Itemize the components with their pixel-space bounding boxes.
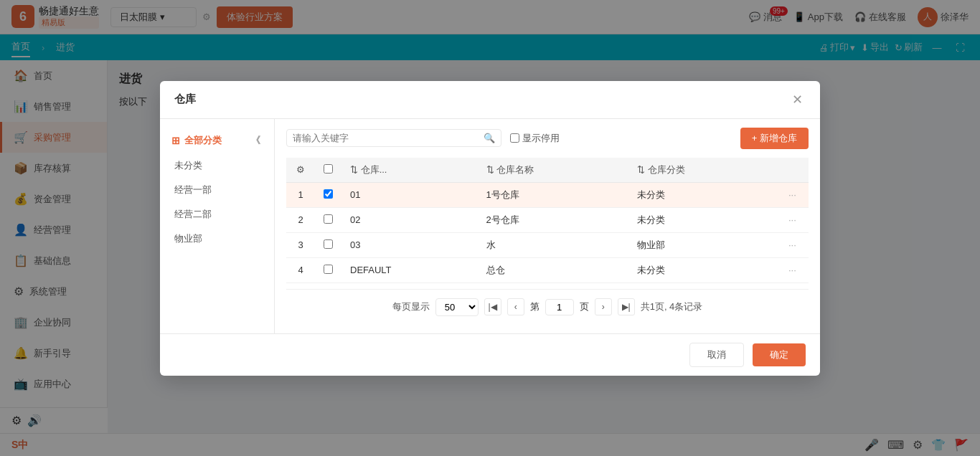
modal-main-area: 🔍 显示停用 + 新增仓库 ⚙	[275, 119, 820, 333]
modal-sidebar-item-1[interactable]: 经营一部	[160, 178, 274, 202]
row-category: 未分类	[628, 207, 780, 232]
modal-sidebar-items: 未分类经营一部经营二部物业部	[160, 153, 274, 251]
search-icon: 🔍	[484, 133, 495, 143]
col-name: ⇅ 仓库名称	[478, 158, 629, 183]
page-info: 共1页, 4条记录	[641, 300, 703, 313]
search-input[interactable]	[293, 133, 481, 143]
row-category: 未分类	[628, 257, 780, 282]
show-disabled-checkbox[interactable]	[510, 133, 519, 143]
show-disabled-label[interactable]: 显示停用	[510, 132, 560, 145]
row-name: 水	[478, 232, 629, 257]
row-code: 03	[341, 232, 478, 257]
row-name: 总仓	[478, 257, 629, 282]
table-container: ⚙ ⇅ 仓库... ⇅	[286, 158, 809, 283]
new-warehouse-btn[interactable]: + 新增仓库	[740, 128, 809, 149]
warehouse-table-body: 1 01 1号仓库 未分类 ··· 2 02 2号仓库 未分类 ··· 3 03…	[286, 182, 809, 282]
modal-sidebar-item-3[interactable]: 物业部	[160, 227, 274, 251]
page-input[interactable]	[545, 299, 574, 315]
next-page-btn[interactable]: ›	[595, 298, 612, 315]
modal-sidebar-header[interactable]: ⊞ 全部分类 《	[160, 128, 274, 153]
select-all-checkbox[interactable]	[324, 164, 333, 174]
row-code: DEFAULT	[341, 257, 478, 282]
row-actions[interactable]: ···	[780, 257, 809, 282]
col-checkbox	[315, 158, 341, 183]
modal-footer: 取消 确定	[160, 333, 820, 376]
page-unit: 页	[580, 300, 589, 313]
modal-sidebar-item-2[interactable]: 经营二部	[160, 202, 274, 227]
more-actions-btn[interactable]: ···	[788, 239, 796, 250]
more-actions-btn[interactable]: ···	[788, 265, 796, 275]
modal-header: 仓库 ✕	[160, 81, 820, 119]
collapse-btn[interactable]: 《	[248, 133, 263, 148]
search-wrapper: 🔍	[286, 129, 501, 147]
row-name: 1号仓库	[478, 182, 629, 207]
table-row[interactable]: 2 02 2号仓库 未分类 ···	[286, 207, 809, 232]
first-page-btn[interactable]: |◀	[484, 298, 501, 315]
table-header: ⚙ ⇅ 仓库... ⇅	[286, 158, 809, 183]
more-actions-btn[interactable]: ···	[788, 214, 796, 225]
modal-body: ⊞ 全部分类 《 未分类经营一部经营二部物业部 🔍 显示停用	[160, 119, 820, 333]
row-num: 4	[286, 257, 315, 282]
page-size-label: 每页显示	[392, 300, 430, 313]
row-checkbox[interactable]	[315, 207, 341, 232]
row-code: 01	[341, 182, 478, 207]
row-name: 2号仓库	[478, 207, 629, 232]
last-page-btn[interactable]: ▶|	[618, 298, 635, 315]
modal-pagination: 每页显示 50 20 100 |◀ ‹ 第 页 › ▶| 共1页, 4条记录	[286, 289, 809, 325]
modal-sidebar-item-0[interactable]: 未分类	[160, 153, 274, 178]
row-checkbox[interactable]	[315, 232, 341, 257]
row-actions[interactable]: ···	[780, 207, 809, 232]
row-num: 2	[286, 207, 315, 232]
sort-icon: ⇅	[637, 164, 645, 175]
sort-icon: ⇅	[350, 164, 358, 175]
cancel-btn[interactable]: 取消	[689, 343, 744, 367]
col-settings: ⚙	[286, 158, 315, 183]
col-actions	[780, 158, 809, 183]
modal-toolbar: 🔍 显示停用 + 新增仓库	[286, 128, 809, 149]
page-label: 第	[530, 300, 540, 313]
gear-icon: ⚙	[296, 164, 305, 175]
modal-overlay: 仓库 ✕ ⊞ 全部分类 《 未分类经营一部经营二部物业部 🔍	[0, 0, 980, 456]
row-category: 未分类	[628, 182, 780, 207]
row-actions[interactable]: ···	[780, 182, 809, 207]
grid-icon: ⊞	[171, 135, 180, 146]
row-checkbox[interactable]	[315, 182, 341, 207]
row-num: 3	[286, 232, 315, 257]
table-row[interactable]: 3 03 水 物业部 ···	[286, 232, 809, 257]
warehouse-table: ⚙ ⇅ 仓库... ⇅	[286, 158, 809, 283]
modal-title: 仓库	[174, 92, 196, 106]
row-category: 物业部	[628, 232, 780, 257]
more-actions-btn[interactable]: ···	[788, 189, 796, 200]
all-categories-label: 全部分类	[184, 134, 222, 147]
table-row[interactable]: 1 01 1号仓库 未分类 ···	[286, 182, 809, 207]
warehouse-modal: 仓库 ✕ ⊞ 全部分类 《 未分类经营一部经营二部物业部 🔍	[160, 81, 820, 376]
col-code: ⇅ 仓库...	[341, 158, 478, 183]
table-row[interactable]: 4 DEFAULT 总仓 未分类 ···	[286, 257, 809, 282]
confirm-btn[interactable]: 确定	[753, 343, 806, 366]
sort-icon: ⇅	[486, 164, 494, 175]
row-actions[interactable]: ···	[780, 232, 809, 257]
modal-sidebar: ⊞ 全部分类 《 未分类经营一部经营二部物业部	[160, 119, 275, 333]
prev-page-btn[interactable]: ‹	[507, 298, 524, 315]
row-num: 1	[286, 182, 315, 207]
page-size-select[interactable]: 50 20 100	[435, 298, 479, 316]
row-code: 02	[341, 207, 478, 232]
modal-close-btn[interactable]: ✕	[788, 91, 806, 108]
col-category: ⇅ 仓库分类	[628, 158, 780, 183]
row-checkbox[interactable]	[315, 257, 341, 282]
